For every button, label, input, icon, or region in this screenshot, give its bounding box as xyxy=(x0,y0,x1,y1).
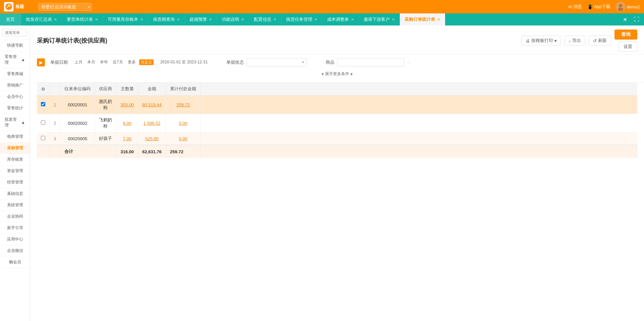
tab-receive-summary[interactable]: 收发存汇总表 ✕ xyxy=(21,13,62,25)
tab-cost-adjust[interactable]: 成本调整单 ✕ xyxy=(322,13,359,25)
checkbox[interactable] xyxy=(41,136,45,140)
filter-toggle-btn[interactable]: ▶ xyxy=(37,58,45,66)
sidebar-item-retail-store[interactable]: 零售商城 xyxy=(0,68,30,80)
row-amount[interactable]: 60,519.44 xyxy=(138,96,166,114)
close-icon[interactable]: ✕ xyxy=(392,17,395,22)
close-icon[interactable]: ✕ xyxy=(54,17,57,22)
row-paid-amount[interactable]: 0.00 xyxy=(166,132,200,145)
sidebar-item-basic-info[interactable]: 基础信息 xyxy=(0,188,30,200)
expand-more-btn[interactable]: ▾ 展开更多条件 ▾ xyxy=(322,71,353,77)
sidebar-label: 资金管理 xyxy=(7,168,23,174)
last-7days-btn[interactable]: 近7天 xyxy=(111,59,124,65)
row-supplier-code: 00020001 xyxy=(60,96,95,114)
close-icon[interactable]: ✕ xyxy=(437,17,440,22)
sidebar-item-new-guide[interactable]: 新手引导 xyxy=(0,222,30,234)
sidebar-item-retail-mgmt[interactable]: 零售管理 ▲ xyxy=(0,51,30,68)
maximize-btn[interactable]: ⛶ xyxy=(632,16,641,23)
tab-picking-task[interactable]: 拣货任务管理 ✕ xyxy=(281,13,322,25)
this-year-btn[interactable]: 本年 xyxy=(99,59,109,65)
sidebar-item-system-mgmt[interactable]: 系统管理 xyxy=(0,200,30,211)
sidebar-item-inventory[interactable]: 库存核算 xyxy=(0,154,30,165)
workspace-wrapper[interactable]: 母婴行业演示账套 ▾ xyxy=(38,3,92,11)
checkbox[interactable] xyxy=(41,120,45,125)
footer-empty xyxy=(200,145,637,158)
settings-button[interactable]: 设置 xyxy=(619,42,637,52)
app-download-btn[interactable]: 📱 App下载 xyxy=(587,4,610,10)
user-area[interactable]: demo2 xyxy=(616,2,640,11)
table-row[interactable]: 1 00020001 惠氏奶粉 303.00 60,519.44 259.72 xyxy=(37,96,637,114)
footer-quantity: 316.00 xyxy=(116,145,138,158)
row-supplier-name: 好孩子 xyxy=(95,132,116,145)
refresh-icon: ↺ xyxy=(593,38,597,43)
close-icon[interactable]: ✕ xyxy=(140,17,143,22)
sidebar-item-enterprise-wechat[interactable]: 企业微信 xyxy=(0,245,30,257)
status-select[interactable] xyxy=(247,58,307,66)
sidebar-item-purchase-mgmt[interactable]: 采购管理 xyxy=(0,143,30,154)
workspace-selector[interactable]: 母婴行业演示账套 xyxy=(38,3,92,11)
sidebar-item-quick-nav[interactable]: 快捷导航 xyxy=(0,40,30,51)
sidebar-item-ecommerce-mgmt[interactable]: 电商管理 xyxy=(0,131,30,143)
row-quantity[interactable]: 7.00 xyxy=(116,132,138,145)
goods-input[interactable] xyxy=(337,58,404,66)
more-dates-btn[interactable]: 更多 xyxy=(126,59,137,65)
tab-purchase-stats[interactable]: 要货单统计表 ✕ xyxy=(62,13,103,25)
table-settings-col[interactable]: ⚙ xyxy=(37,83,50,96)
footer-checkbox-col xyxy=(37,145,50,158)
tab-overstock[interactable]: 超储预警 ✕ xyxy=(185,13,217,25)
close-tab-btn[interactable]: ✕ xyxy=(621,16,629,23)
more-options-icon[interactable]: ··· xyxy=(407,60,411,65)
sidebar-item-member-center[interactable]: 会员中心 xyxy=(0,91,30,103)
status-select-wrapper[interactable] xyxy=(247,58,307,66)
sidebar-label: 新手引导 xyxy=(7,225,23,231)
sidebar-label: 企业微信 xyxy=(7,248,23,254)
tab-shelf-life[interactable]: 保质期查询 ✕ xyxy=(148,13,185,25)
row-checkbox[interactable] xyxy=(37,132,50,145)
row-quantity[interactable]: 303.00 xyxy=(116,96,138,114)
tab-function-desc[interactable]: 功能说明 ✕ xyxy=(217,13,249,25)
row-checkbox[interactable] xyxy=(37,114,50,132)
sidebar-item-enterprise-collab[interactable]: 企业协同 xyxy=(0,211,30,222)
sidebar-item-finance[interactable]: 资金管理 xyxy=(0,165,30,177)
print-button[interactable]: 🖨 按模板打印 ▾ xyxy=(521,36,561,46)
close-icon[interactable]: ✕ xyxy=(95,17,98,22)
export-button[interactable]: ↓ 导出 xyxy=(565,36,586,46)
tab-home[interactable]: 首页 xyxy=(0,13,21,25)
row-paid-amount[interactable]: 0.00 xyxy=(166,114,200,132)
message-btn[interactable]: ✉ 消息 xyxy=(568,4,582,10)
close-icon[interactable]: ✕ xyxy=(273,17,276,22)
row-amount[interactable]: 525.80 xyxy=(138,132,166,145)
tab-config-info[interactable]: 配置信息 ✕ xyxy=(249,13,281,25)
row-quantity[interactable]: 6.00 xyxy=(116,114,138,132)
row-checkbox[interactable] xyxy=(37,96,50,114)
status-filter-field: 单据状态 xyxy=(226,58,307,66)
sidebar-item-wholesale-mgmt[interactable]: 批发管理 ▲ xyxy=(0,114,30,131)
table-row[interactable]: 3 00020005 好孩子 7.00 525.80 0.00 xyxy=(37,132,637,145)
sidebar-item-member[interactable]: 畅会员 xyxy=(0,257,30,268)
sidebar-item-marketing[interactable]: 营销推广 xyxy=(0,80,30,91)
user-name: demo2 xyxy=(627,4,640,9)
table-row[interactable]: 2 00020002 飞鹤奶粉 6.00 1,586.52 0.00 xyxy=(37,114,637,132)
row-paid-amount[interactable]: 259.72 xyxy=(166,96,200,114)
header-actions: 🖨 按模板打印 ▾ ↓ 导出 ↺ 刷新 查询 设置 xyxy=(521,30,638,52)
message-label: 消息 xyxy=(573,4,582,10)
sidebar-item-retail-stats[interactable]: 零售统计 xyxy=(0,103,30,114)
close-icon[interactable]: ✕ xyxy=(351,17,354,22)
close-icon[interactable]: ✕ xyxy=(177,17,180,22)
query-button[interactable]: 查询 xyxy=(614,30,637,40)
tab-invite-downstream[interactable]: 邀请下游客户 ✕ xyxy=(359,13,400,25)
tab-available-stock[interactable]: 可用量库存账本 ✕ xyxy=(103,13,148,25)
refresh-button[interactable]: ↺ 刷新 xyxy=(589,36,611,46)
footer-label: 合计 xyxy=(60,145,116,158)
close-icon[interactable]: ✕ xyxy=(209,17,212,22)
row-amount[interactable]: 1,586.52 xyxy=(138,114,166,132)
checkbox[interactable] xyxy=(41,102,45,106)
sidebar-item-app-center[interactable]: 应用中心 xyxy=(0,234,30,245)
close-icon[interactable]: ✕ xyxy=(314,17,317,22)
search-input[interactable] xyxy=(3,29,27,36)
close-icon[interactable]: ✕ xyxy=(241,17,244,22)
last-month-btn[interactable]: 上月 xyxy=(73,59,84,65)
custom-date-badge[interactable]: 自定义 xyxy=(139,59,154,65)
tab-purchase-order-stats[interactable]: 采购订单统计表 ✕ xyxy=(400,13,445,25)
sidebar-item-operations[interactable]: 经营管理 xyxy=(0,177,30,188)
this-month-btn[interactable]: 本月 xyxy=(86,59,97,65)
